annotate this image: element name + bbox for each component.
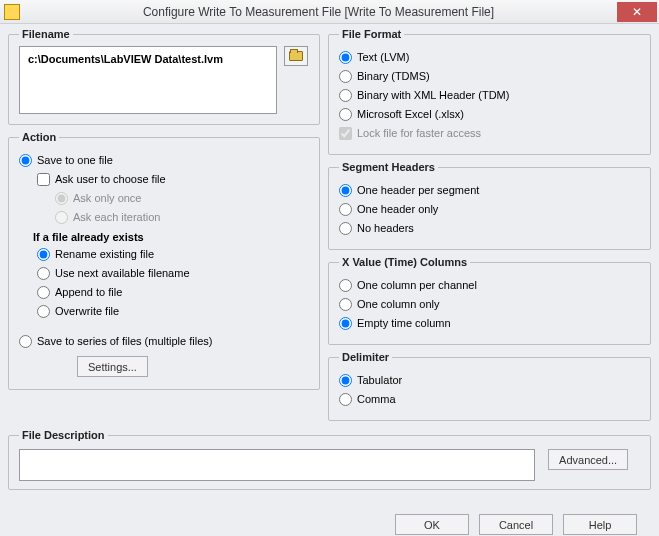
x-per-channel-radio[interactable] bbox=[339, 279, 352, 292]
format-binary-label: Binary (TDMS) bbox=[357, 70, 430, 82]
segment-headers-legend: Segment Headers bbox=[339, 161, 438, 173]
rename-radio[interactable] bbox=[37, 248, 50, 261]
save-one-radio[interactable] bbox=[19, 154, 32, 167]
x-empty-label: Empty time column bbox=[357, 317, 451, 329]
save-series-label: Save to series of files (multiple files) bbox=[37, 335, 212, 347]
file-description-legend: File Description bbox=[19, 429, 108, 441]
format-binary-xml-label: Binary with XML Header (TDM) bbox=[357, 89, 509, 101]
action-legend: Action bbox=[19, 131, 59, 143]
rename-label: Rename existing file bbox=[55, 248, 154, 260]
ask-user-label: Ask user to choose file bbox=[55, 173, 166, 185]
cancel-button[interactable]: Cancel bbox=[479, 514, 553, 535]
settings-button[interactable]: Settings... bbox=[77, 356, 148, 377]
use-next-label: Use next available filename bbox=[55, 267, 190, 279]
overwrite-radio[interactable] bbox=[37, 305, 50, 318]
delimiter-legend: Delimiter bbox=[339, 351, 392, 363]
ask-each-radio bbox=[55, 211, 68, 224]
close-button[interactable]: ✕ bbox=[617, 2, 657, 22]
delim-comma-label: Comma bbox=[357, 393, 396, 405]
x-one-only-radio[interactable] bbox=[339, 298, 352, 311]
x-empty-radio[interactable] bbox=[339, 317, 352, 330]
seg-none-label: No headers bbox=[357, 222, 414, 234]
browse-button[interactable] bbox=[284, 46, 308, 66]
app-icon bbox=[4, 4, 20, 20]
delim-tab-label: Tabulator bbox=[357, 374, 402, 386]
ask-once-label: Ask only once bbox=[73, 192, 141, 204]
file-format-group: File Format Text (LVM) Binary (TDMS) Bin… bbox=[328, 28, 651, 155]
seg-one-only-label: One header only bbox=[357, 203, 438, 215]
segment-headers-group: Segment Headers One header per segment O… bbox=[328, 161, 651, 250]
x-value-legend: X Value (Time) Columns bbox=[339, 256, 470, 268]
lock-file-checkbox bbox=[339, 127, 352, 140]
save-one-label: Save to one file bbox=[37, 154, 113, 166]
append-label: Append to file bbox=[55, 286, 122, 298]
action-group: Action Save to one file Ask user to choo… bbox=[8, 131, 320, 390]
seg-one-per-radio[interactable] bbox=[339, 184, 352, 197]
x-value-group: X Value (Time) Columns One column per ch… bbox=[328, 256, 651, 345]
delim-comma-radio[interactable] bbox=[339, 393, 352, 406]
delim-tab-radio[interactable] bbox=[339, 374, 352, 387]
format-binary-radio[interactable] bbox=[339, 70, 352, 83]
dialog-footer: OK Cancel Help bbox=[0, 496, 659, 535]
filename-group: Filename c:\Documents\LabVIEW Data\test.… bbox=[8, 28, 320, 125]
format-text-label: Text (LVM) bbox=[357, 51, 409, 63]
filename-legend: Filename bbox=[19, 28, 73, 40]
window-title: Configure Write To Measurement File [Wri… bbox=[20, 5, 617, 19]
folder-icon bbox=[289, 51, 303, 61]
use-next-radio[interactable] bbox=[37, 267, 50, 280]
file-exists-heading: If a file already exists bbox=[33, 231, 309, 243]
append-radio[interactable] bbox=[37, 286, 50, 299]
file-description-group: File Description Advanced... bbox=[8, 429, 651, 490]
help-button[interactable]: Help bbox=[563, 514, 637, 535]
titlebar: Configure Write To Measurement File [Wri… bbox=[0, 0, 659, 24]
seg-one-only-radio[interactable] bbox=[339, 203, 352, 216]
x-per-channel-label: One column per channel bbox=[357, 279, 477, 291]
lock-file-label: Lock file for faster access bbox=[357, 127, 481, 139]
overwrite-label: Overwrite file bbox=[55, 305, 119, 317]
file-format-legend: File Format bbox=[339, 28, 404, 40]
ask-user-checkbox[interactable] bbox=[37, 173, 50, 186]
seg-none-radio[interactable] bbox=[339, 222, 352, 235]
delimiter-group: Delimiter Tabulator Comma bbox=[328, 351, 651, 421]
format-excel-label: Microsoft Excel (.xlsx) bbox=[357, 108, 464, 120]
x-one-only-label: One column only bbox=[357, 298, 440, 310]
format-text-radio[interactable] bbox=[339, 51, 352, 64]
format-binary-xml-radio[interactable] bbox=[339, 89, 352, 102]
close-icon: ✕ bbox=[632, 5, 642, 19]
seg-one-per-label: One header per segment bbox=[357, 184, 479, 196]
format-excel-radio[interactable] bbox=[339, 108, 352, 121]
ask-each-label: Ask each iteration bbox=[73, 211, 160, 223]
filename-input[interactable]: c:\Documents\LabVIEW Data\test.lvm bbox=[19, 46, 277, 114]
ok-button[interactable]: OK bbox=[395, 514, 469, 535]
ask-once-radio bbox=[55, 192, 68, 205]
advanced-button[interactable]: Advanced... bbox=[548, 449, 628, 470]
file-description-input[interactable] bbox=[19, 449, 535, 481]
save-series-radio[interactable] bbox=[19, 335, 32, 348]
